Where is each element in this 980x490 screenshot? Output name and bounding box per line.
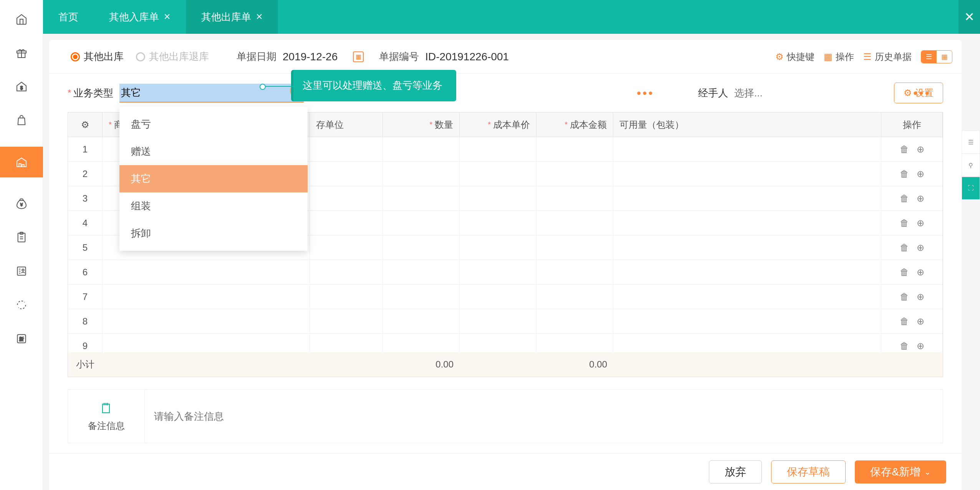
add-row-icon[interactable]: ⊕: [917, 218, 924, 228]
date-label: 单据日期: [237, 50, 276, 63]
row-index: 6: [68, 260, 103, 284]
date-value: 2019-12-26: [283, 51, 338, 63]
operate-link[interactable]: ▦操作: [824, 51, 854, 63]
tool-note-icon[interactable]: ☰: [962, 131, 980, 154]
tab-label: 其他出库单: [201, 10, 251, 24]
dd-option-chaixie[interactable]: 拆卸: [119, 220, 308, 247]
agent-label: 经手人: [698, 86, 728, 100]
more-icon[interactable]: •••: [637, 86, 654, 100]
nav-contact-icon[interactable]: [14, 263, 29, 279]
nav-house-dollar-icon[interactable]: $: [14, 79, 29, 94]
radio-other-out-return[interactable]: 其他出库退库: [136, 50, 209, 63]
table-row[interactable]: 9🗑⊕: [68, 334, 943, 352]
nav-refresh-icon[interactable]: [14, 297, 29, 313]
nav-bag-icon[interactable]: [14, 113, 29, 128]
gear-icon: ⚙: [81, 119, 89, 130]
tool-expand-icon[interactable]: ⛶: [962, 177, 980, 200]
more-icon-2[interactable]: •••: [913, 86, 931, 100]
history-link[interactable]: ☰历史单据: [863, 51, 912, 63]
add-row-icon[interactable]: ⊕: [917, 242, 924, 253]
nav-home-icon[interactable]: [14, 12, 29, 27]
remarks-label: 🗒 备注信息: [68, 390, 145, 443]
tab-other-out[interactable]: 其他出库单✕: [186, 0, 278, 34]
required-star: *: [68, 88, 71, 98]
nav-new-icon[interactable]: 新: [14, 331, 29, 346]
add-row-icon[interactable]: ⊕: [917, 291, 924, 302]
delete-icon[interactable]: 🗑: [900, 193, 909, 204]
grid-icon: ▦: [824, 51, 833, 62]
tab-bar: 首页 其他入库单✕ 其他出库单✕ ✕: [43, 0, 980, 34]
biz-type-dropdown: 盘亏 赠送 其它 组装 拆卸: [119, 107, 308, 251]
list-icon: ☰: [863, 51, 872, 62]
svg-text:$: $: [20, 85, 23, 91]
close-all-button[interactable]: ✕: [958, 0, 980, 34]
table-row[interactable]: 7🗑⊕: [68, 285, 943, 309]
save-new-button[interactable]: 保存&新增⌄: [855, 460, 946, 483]
close-icon[interactable]: ✕: [256, 12, 263, 22]
remarks-section: 🗒 备注信息: [68, 389, 943, 443]
remarks-input[interactable]: [145, 390, 943, 443]
add-row-icon[interactable]: ⊕: [917, 144, 924, 155]
add-row-icon[interactable]: ⊕: [917, 341, 924, 351]
dd-option-pankui[interactable]: 盘亏: [119, 111, 308, 138]
tab-label: 其他入库单: [109, 10, 159, 24]
save-draft-button[interactable]: 保存草稿: [771, 460, 846, 483]
calendar-icon[interactable]: ▦: [353, 51, 364, 62]
table-row[interactable]: 8🗑⊕: [68, 309, 943, 334]
agent-input[interactable]: [734, 87, 888, 99]
nav-clipboard-icon[interactable]: [14, 230, 29, 245]
view-list-icon[interactable]: ☰: [921, 51, 937, 63]
chevron-down-icon: ⌄: [924, 467, 931, 477]
view-toggle[interactable]: ☰▦: [921, 50, 952, 63]
row-index: 5: [68, 235, 103, 260]
delete-icon[interactable]: 🗑: [900, 291, 909, 302]
radio-label: 其他出库: [84, 50, 124, 63]
gear-icon: ⚙: [904, 88, 912, 98]
nav-gift-icon[interactable]: [14, 45, 29, 61]
delete-icon[interactable]: 🗑: [900, 169, 909, 179]
header-actions: ⚙快捷键 ▦操作 ☰历史单据 ☰▦: [775, 50, 952, 63]
tab-home[interactable]: 首页: [43, 0, 94, 34]
add-row-icon[interactable]: ⊕: [917, 193, 924, 204]
add-row-icon[interactable]: ⊕: [917, 169, 924, 179]
dd-option-zengsong[interactable]: 赠送: [119, 138, 308, 165]
tool-attach-icon[interactable]: ⚲: [962, 154, 980, 177]
tab-other-in[interactable]: 其他入库单✕: [94, 0, 186, 34]
note-icon: 🗒: [99, 401, 113, 417]
radio-other-out[interactable]: 其他出库: [71, 50, 124, 63]
gear-icon: ⚙: [775, 51, 784, 62]
th-gear[interactable]: ⚙: [68, 113, 103, 137]
delete-icon[interactable]: 🗑: [900, 341, 909, 351]
doc-no-label: 单据编号: [379, 50, 419, 63]
main-panel: 其他出库 其他出库退库 单据日期 2019-12-26 ▦ 单据编号 ID-20…: [49, 40, 962, 490]
mode-switch: 其他出库 其他出库退库: [58, 44, 221, 70]
close-icon[interactable]: ✕: [164, 12, 171, 22]
agent-field: 经手人: [698, 86, 888, 100]
row-index: 8: [68, 309, 103, 333]
header-row: 其他出库 其他出库退库 单据日期 2019-12-26 ▦ 单据编号 ID-20…: [49, 40, 962, 74]
nav-warehouse-icon[interactable]: [0, 147, 43, 177]
th-avail: 可用量（包装）: [613, 113, 881, 137]
view-grid-icon[interactable]: ▦: [937, 51, 952, 63]
dd-option-zuzhuang[interactable]: 组装: [119, 192, 308, 220]
delete-icon[interactable]: 🗑: [900, 242, 909, 253]
add-row-icon[interactable]: ⊕: [917, 316, 924, 327]
delete-icon[interactable]: 🗑: [900, 144, 909, 155]
row-index: 7: [68, 285, 103, 309]
shortcut-link[interactable]: ⚙快捷键: [775, 51, 814, 63]
subtotal-amount: 0.00: [536, 352, 613, 377]
table-row[interactable]: 6🗑⊕: [68, 260, 943, 285]
delete-icon[interactable]: 🗑: [900, 316, 909, 327]
th-ops: 操作: [881, 113, 943, 137]
nav-money-bag-icon[interactable]: ¥: [14, 196, 29, 211]
svg-text:新: 新: [19, 336, 24, 342]
add-row-icon[interactable]: ⊕: [917, 267, 924, 278]
delete-icon[interactable]: 🗑: [900, 218, 909, 228]
radio-label: 其他出库退库: [149, 50, 209, 63]
subtotal-label: 小计: [68, 352, 103, 377]
dd-option-qita[interactable]: 其它: [119, 165, 308, 192]
delete-icon[interactable]: 🗑: [900, 267, 909, 278]
discard-button[interactable]: 放弃: [709, 460, 762, 483]
row-index: 4: [68, 211, 103, 235]
table-footer: 小计 0.00 0.00: [68, 352, 943, 377]
